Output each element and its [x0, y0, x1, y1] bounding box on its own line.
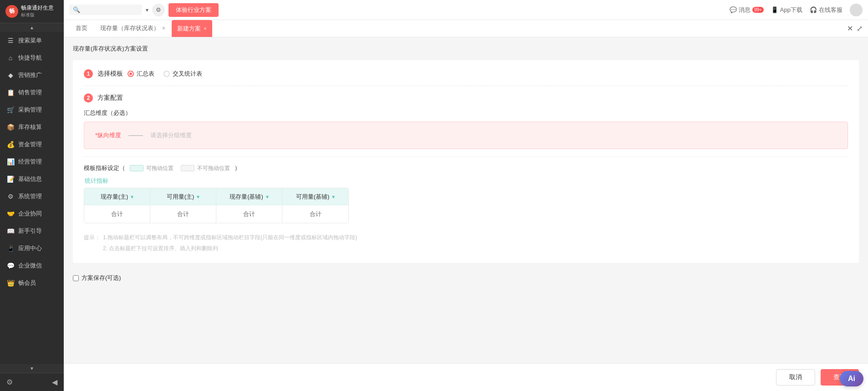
dimension-box[interactable]: *纵向维度 —— 请选择分组维度 — [84, 122, 848, 149]
message-badge: 99+ — [752, 7, 764, 13]
legend-draggable: 可拖动位置 — [130, 165, 174, 172]
chevron-icon-3: ▾ — [332, 194, 335, 200]
sidebar-item-label: 企业协同 — [18, 210, 42, 218]
sidebar: 畅 畅康通好生意 标准版 ▲ ☰ 搜索菜单 ⌂ 快捷导航 ◆ 营销推广 📋 销售… — [0, 0, 64, 391]
tab-expand-icon[interactable]: ⤢ — [857, 24, 863, 33]
appstore-icon: 📱 — [6, 244, 15, 252]
tab-close-inventory[interactable]: × — [162, 25, 165, 31]
search-icon: 🔍 — [73, 6, 80, 13]
main-content: 现存量(库存状况表)方案设置 1 选择模板 汇总表 交叉统计表 — [64, 37, 868, 363]
sidebar-item-label: 资金管理 — [18, 140, 42, 149]
divider-1 — [84, 86, 848, 86]
legend-box-draggable — [130, 165, 143, 171]
tab-minimize-icon[interactable]: ✕ — [847, 24, 853, 33]
topbar-settings-btn[interactable]: ⚙ — [152, 4, 165, 16]
sidebar-scroll-up[interactable]: ▲ — [0, 23, 64, 32]
tab-inventory-status[interactable]: 现存量（库存状况表） × — [94, 20, 172, 37]
indicator-settings: 模板指标设定（ 可拖动位置 不可拖动位置 ） — [84, 164, 848, 254]
sidebar-item-label: 新手引导 — [18, 227, 42, 235]
sidebar-item-marketing[interactable]: ◆ 营销推广 — [0, 67, 64, 84]
tab-new-plan[interactable]: 新建方案 × — [172, 20, 212, 37]
stats-col-header-3[interactable]: 可用量(基辅) ▾ — [282, 188, 348, 206]
config-section: 1 选择模板 汇总表 交叉统计表 2 方案配置 — [73, 60, 859, 263]
stats-col-body-0: 合计 — [84, 206, 150, 223]
system-icon: ⚙ — [6, 192, 15, 201]
radio-cross[interactable]: 交叉统计表 — [163, 70, 202, 78]
purchase-icon: 🛒 — [6, 106, 15, 114]
sidebar-item-purchase[interactable]: 🛒 采购管理 — [0, 101, 64, 118]
stats-col-body-1: 合计 — [150, 206, 216, 223]
indicator-settings-label: 模板指标设定（ 可拖动位置 不可拖动位置 ） — [84, 164, 848, 172]
tip-2: 提示： 2. 点击标题栏下拉可设置排序、插入列和删除列 — [84, 243, 848, 254]
topbar-dropdown-icon[interactable]: ▾ — [146, 7, 148, 13]
sidebar-item-basic-info[interactable]: 📝 基础信息 — [0, 170, 64, 188]
stats-col-header-0[interactable]: 现存量(主) ▾ — [84, 188, 150, 206]
online-service-btn[interactable]: 🎧 在线客服 — [810, 6, 842, 14]
sidebar-logo: 畅 畅康通好生意 标准版 — [0, 0, 64, 23]
sidebar-item-quicknav[interactable]: ⌂ 快捷导航 — [0, 49, 64, 67]
settings-bottom-icon[interactable]: ⚙ — [6, 378, 13, 386]
tab-home[interactable]: 首页 — [69, 20, 94, 37]
search-input[interactable] — [82, 7, 123, 13]
cancel-button[interactable]: 取消 — [776, 369, 815, 386]
sales-icon: 📋 — [6, 88, 15, 97]
save-checkbox-label[interactable]: 方案保存(可选) — [73, 274, 859, 282]
dimension-placeholder: 请选择分组维度 — [150, 131, 192, 139]
sidebar-item-newbie[interactable]: 📖 新手引导 — [0, 222, 64, 240]
radio-summary[interactable]: 汇总表 — [128, 70, 154, 78]
sidebar-item-finance[interactable]: 💰 资金管理 — [0, 136, 64, 153]
message-btn[interactable]: 💬 消息 99+ — [730, 6, 764, 14]
tab-close-new[interactable]: × — [204, 26, 207, 32]
ai-button[interactable]: Ai — [840, 371, 863, 386]
sidebar-scroll-down[interactable]: ▼ — [0, 364, 64, 373]
legend-non-draggable: 不可拖动位置 — [181, 165, 230, 172]
sidebar-item-label: 搜索菜单 — [18, 36, 42, 45]
sidebar-item-sales[interactable]: 📋 销售管理 — [0, 84, 64, 101]
sidebar-item-label: 营销推广 — [18, 71, 42, 79]
save-option-area: 方案保存(可选) — [73, 270, 859, 286]
chevron-icon-0: ▾ — [131, 194, 133, 200]
step1-header: 1 选择模板 汇总表 交叉统计表 — [84, 69, 848, 78]
step2-badge: 2 — [84, 93, 93, 103]
sidebar-bottom: ⚙ ◀ — [0, 373, 64, 391]
footer-buttons: 取消 查询 — [64, 363, 868, 391]
collab-icon: 🤝 — [6, 210, 15, 218]
sidebar-item-system[interactable]: ⚙ 系统管理 — [0, 188, 64, 205]
industry-btn[interactable]: 体验行业方案 — [168, 3, 219, 17]
sidebar-item-corp-collab[interactable]: 🤝 企业协同 — [0, 205, 64, 222]
radio-dot-cross — [163, 71, 170, 77]
logo-icon: 畅 — [5, 5, 18, 18]
avatar[interactable] — [850, 4, 863, 16]
wechat-icon: 💬 — [6, 262, 15, 270]
stats-col-header-2[interactable]: 现存量(基辅) ▾ — [216, 188, 282, 206]
sidebar-item-label: 快捷导航 — [18, 54, 42, 62]
main-area: 🔍 ▾ ⚙ 体验行业方案 💬 消息 99+ 📱 App下载 🎧 在线客服 — [64, 0, 868, 391]
sidebar-item-label: 企业微信 — [18, 262, 42, 270]
newbie-icon: 📖 — [6, 227, 15, 235]
sidebar-item-management[interactable]: 📊 经营管理 — [0, 153, 64, 170]
sidebar-item-wechat[interactable]: 💬 企业微信 — [0, 257, 64, 274]
management-icon: 📊 — [6, 158, 15, 166]
app-download-btn[interactable]: 📱 App下载 — [771, 6, 802, 14]
finance-icon: 💰 — [6, 140, 15, 149]
step1-badge: 1 — [84, 69, 93, 78]
sidebar-item-appstore[interactable]: 📱 应用中心 — [0, 240, 64, 257]
search-box[interactable]: 🔍 — [69, 5, 142, 15]
sidebar-item-member[interactable]: 👑 畅会员 — [0, 274, 64, 292]
sidebar-item-label: 畅会员 — [18, 279, 36, 287]
sidebar-nav: ☰ 搜索菜单 ⌂ 快捷导航 ◆ 营销推广 📋 销售管理 🛒 采购管理 📦 库存核… — [0, 32, 64, 364]
search-icon: ☰ — [6, 36, 15, 45]
member-icon: 👑 — [6, 279, 15, 287]
sidebar-item-label: 销售管理 — [18, 88, 42, 97]
radio-dot-summary — [128, 71, 134, 77]
sidebar-item-inventory[interactable]: 📦 库存核算 — [0, 118, 64, 136]
sidebar-item-search[interactable]: ☰ 搜索菜单 — [0, 32, 64, 49]
indicator-legend: 可拖动位置 不可拖动位置 — [130, 165, 230, 172]
app-icon: 📱 — [771, 6, 778, 13]
topbar-right: 💬 消息 99+ 📱 App下载 🎧 在线客服 — [730, 4, 863, 16]
divider-2 — [84, 156, 848, 157]
stats-col-header-1[interactable]: 可用量(主) ▾ — [150, 188, 216, 206]
collapse-icon[interactable]: ◀ — [52, 378, 57, 386]
topbar: 🔍 ▾ ⚙ 体验行业方案 💬 消息 99+ 📱 App下载 🎧 在线客服 — [64, 0, 868, 20]
save-checkbox-input[interactable] — [73, 275, 79, 281]
